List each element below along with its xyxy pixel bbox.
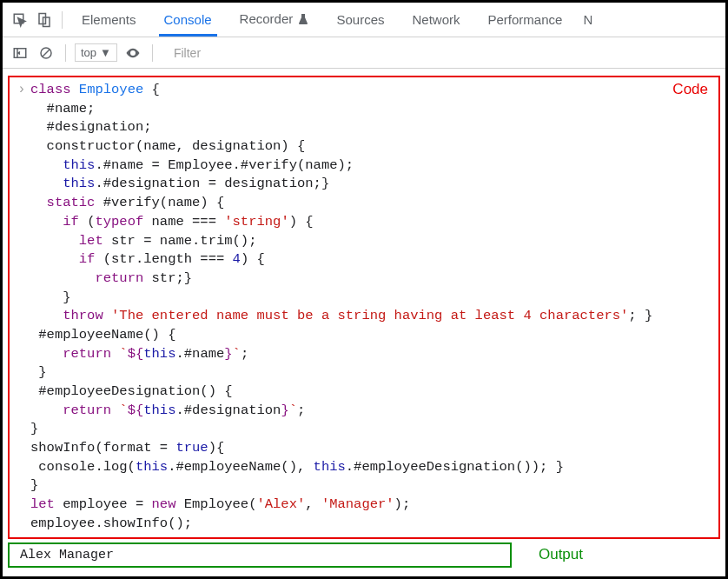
code-line: › class Employee { #name; #designation; … [13, 81, 711, 534]
divider [65, 44, 66, 62]
tab-recorder[interactable]: Recorder [228, 3, 321, 37]
console-output-text: Alex Manager [20, 548, 114, 562]
eye-icon[interactable] [122, 43, 143, 63]
code-block-wrapper: Code › class Employee { #name; #designat… [8, 76, 720, 539]
tab-recorder-label: Recorder [240, 11, 294, 26]
divider [152, 44, 153, 62]
filter-input[interactable] [167, 43, 718, 63]
code-annotation-label: Code [672, 81, 708, 98]
console-toolbar: top ▼ [3, 37, 725, 69]
tab-sources[interactable]: Sources [324, 3, 396, 36]
tab-performance[interactable]: Performance [476, 3, 575, 36]
console-content: Code › class Employee { #name; #designat… [3, 69, 725, 575]
devtools-tabs-row: Elements Console Recorder Sources Networ… [3, 3, 725, 37]
chevron-down-icon: ▼ [100, 46, 111, 59]
sidebar-toggle-icon[interactable] [10, 43, 30, 63]
scope-label: top [81, 46, 96, 59]
output-block-wrapper: Alex Manager Output [8, 542, 512, 568]
divider [62, 11, 63, 29]
tab-console[interactable]: Console [152, 3, 224, 36]
clear-console-icon[interactable] [36, 43, 56, 63]
flask-icon [298, 13, 308, 28]
tab-network[interactable]: Network [400, 3, 472, 36]
device-toggle-icon[interactable] [34, 10, 55, 30]
scope-dropdown[interactable]: top ▼ [75, 43, 117, 62]
tab-elements[interactable]: Elements [69, 3, 149, 36]
tab-more[interactable]: N [578, 3, 592, 36]
svg-line-6 [43, 50, 50, 57]
code-text: class Employee { #name; #designation; co… [30, 81, 652, 534]
expand-chevron-icon[interactable]: › [13, 81, 30, 534]
output-annotation-label: Output [539, 546, 583, 563]
inspect-icon[interactable] [10, 10, 30, 30]
